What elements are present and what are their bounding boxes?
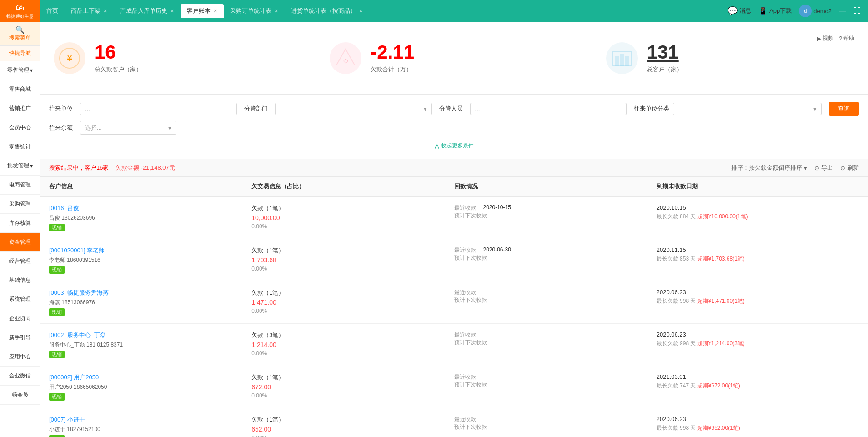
customer-name-link[interactable]: 李老师 — [87, 247, 105, 254]
overdue-link[interactable]: 超期¥1,214.00(3笔) — [697, 340, 745, 347]
stat-debt-amount: ◇ -2.11 欠款合计（万） — [316, 22, 592, 94]
stat-debt-customers-label: 总欠款客户（家） — [95, 65, 142, 74]
export-icon: ⊙ — [814, 165, 819, 171]
debt-amount[interactable]: 672.00 — [251, 383, 454, 391]
stat-debt-amount-info: -2.11 欠款合计（万） — [371, 43, 414, 74]
debt-count: 欠款（1笔） — [251, 416, 454, 424]
sidebar-item-member[interactable]: 会员中心 — [0, 118, 40, 137]
sidebar-item-app-center[interactable]: 应用中心 — [0, 347, 40, 367]
quick-nav[interactable]: 快捷导航 — [0, 46, 40, 61]
filter-area: 往来单位 ... 分管部门 ▾ 分管人员 ... — [40, 95, 868, 159]
sort-dropdown[interactable]: 排序：按欠款金额倒序排序 ▾ — [731, 164, 807, 172]
sidebar-item-ecommerce[interactable]: 电商管理 — [0, 176, 40, 195]
filter-person: 分管人员 ... — [439, 103, 627, 115]
message-icon: 💬 — [728, 6, 738, 16]
tab-home[interactable]: 首页 — [40, 4, 65, 18]
tab-close-icon[interactable]: ✕ — [359, 8, 363, 14]
sidebar-item-purchase[interactable]: 采购管理 — [0, 195, 40, 214]
sidebar-item-enterprise-collab[interactable]: 企业协同 — [0, 309, 40, 328]
refresh-button[interactable]: ⊙ 刷新 — [840, 164, 859, 172]
app-download-button[interactable]: 📱 App下载 — [758, 7, 792, 15]
sidebar-item-new-guide[interactable]: 新手引导 — [0, 328, 40, 347]
sidebar-item-free-member[interactable]: 畅会员 — [0, 386, 40, 405]
refresh-icon: ⊙ — [840, 165, 845, 171]
app-logo: 🛍 畅捷通好生意 — [0, 0, 40, 22]
filter-balance: 往来余额 选择... ▾ — [49, 121, 176, 135]
message-button[interactable]: 💬 消息 — [728, 6, 751, 16]
debt-amount[interactable]: 1,703.68 — [251, 256, 454, 264]
overdue-link[interactable]: 超期¥652.00(1笔) — [697, 425, 740, 431]
sidebar-item-inventory[interactable]: 库存核算 — [0, 214, 40, 233]
customer-name-link[interactable]: 服务中心_丁磊 — [67, 332, 106, 338]
category-select[interactable]: ▾ — [673, 103, 822, 115]
sidebar-item-retail-stats[interactable]: 零售统计 — [0, 137, 40, 156]
customer-id[interactable]: [0002] — [49, 332, 65, 338]
customer-name-link[interactable]: 畅捷服务尹海蒸 — [67, 289, 109, 296]
video-link[interactable]: ▶ 视频 — [817, 35, 833, 42]
result-actions: 排序：按欠款金额倒序排序 ▾ ⊙ 导出 ⊙ 刷新 — [731, 164, 859, 172]
export-button[interactable]: ⊙ 导出 — [814, 164, 833, 172]
person-input[interactable]: ... — [470, 103, 627, 115]
customer-name-link[interactable]: 吕俊 — [67, 205, 79, 211]
collection-cell: 最近收款 预计下次收款 — [454, 416, 657, 431]
tab-close-icon[interactable]: ✕ — [170, 8, 174, 14]
tab-production[interactable]: 产成品入库单历史 ✕ — [114, 4, 181, 18]
customer-id[interactable]: [0003] — [49, 289, 65, 296]
overdue-link[interactable]: 超期¥672.00(1笔) — [697, 382, 740, 389]
tab-close-icon[interactable]: ✕ — [103, 8, 107, 14]
help-icon: ? — [839, 35, 842, 42]
table-row: [000002] 用户2050 用户2050 18665062050 现销 欠款… — [40, 366, 868, 408]
sidebar-item-operations[interactable]: 经营管理 — [0, 252, 40, 271]
customer-id[interactable]: [0007] — [49, 416, 65, 423]
debt-amount[interactable]: 1,214.00 — [251, 341, 454, 348]
table-row: [0016] 吕俊 吕俊 13026203696 现销 欠款（1笔） 10,00… — [40, 197, 868, 239]
user-profile-button[interactable]: d demo2 — [799, 5, 832, 17]
overdue-link[interactable]: 超期¥10,000.00(1笔) — [697, 213, 748, 220]
sidebar-item-retail-mall[interactable]: 零售商城 — [0, 80, 40, 99]
tab-close-icon[interactable]: ✕ — [213, 8, 217, 14]
debt-amount[interactable]: 1,471.00 — [251, 299, 454, 306]
tab-customer-account[interactable]: 客户账本 ✕ — [181, 4, 224, 18]
sidebar-item-basic-info[interactable]: 基础信息 — [0, 271, 40, 290]
svg-rect-7 — [625, 56, 629, 66]
search-label[interactable]: 搜索菜单 — [4, 34, 36, 42]
customer-name-link[interactable]: 用户2050 — [74, 374, 99, 381]
sidebar-item-system[interactable]: 系统管理 — [0, 290, 40, 309]
customer-id[interactable]: [000002] — [49, 374, 72, 381]
search-button[interactable]: 查询 — [829, 102, 859, 116]
stat-debt-amount-label: 欠款合计（万） — [371, 65, 414, 74]
filter-collapse-row: ⋀ 收起更多条件 — [49, 140, 859, 151]
customer-name-link[interactable]: 小进干 — [67, 416, 85, 423]
tab-inventory[interactable]: 进货单统计表（按商品） ✕ — [285, 4, 369, 18]
overdue-link[interactable]: 超期¥1,471.00(1笔) — [697, 298, 745, 304]
stat-total-customers-info: 131 总客户（家） — [647, 43, 682, 74]
help-link[interactable]: ? 帮助 — [839, 35, 854, 42]
minimize-icon[interactable]: — — [839, 7, 846, 15]
collapse-button[interactable]: ⋀ 收起更多条件 — [433, 140, 476, 151]
table-header: 客户信息 欠交易信息（占比） 回款情况 到期未收款日期 — [40, 177, 868, 197]
customer-id[interactable]: [0001020001] — [49, 247, 85, 254]
sidebar-item-marketing[interactable]: 营销推广 — [0, 99, 40, 118]
debt-amount[interactable]: 652.00 — [251, 426, 454, 433]
due-date-cell: 2021.03.01 最长欠款 747 天 超期¥672.00(1笔) — [657, 373, 859, 390]
chevron-down-icon: ▾ — [424, 105, 427, 112]
debt-cell: 欠款（3笔） 1,214.00 0.00% — [251, 331, 454, 357]
debt-amount[interactable]: 10,000.00 — [251, 214, 454, 221]
tab-purchase[interactable]: 采购订单统计表 ✕ — [224, 4, 285, 18]
sidebar-item-finance[interactable]: 资金管理 — [0, 233, 40, 252]
customer-tag: 现销 — [49, 308, 65, 316]
balance-select[interactable]: 选择... ▾ — [80, 121, 176, 135]
sidebar-item-wholesale[interactable]: 批发管理 ▾ — [0, 156, 40, 176]
sidebar-search[interactable]: 🔍 搜索菜单 — [0, 22, 40, 46]
svg-rect-5 — [615, 56, 619, 66]
tab-close-icon[interactable]: ✕ — [274, 8, 278, 14]
dept-select[interactable]: ▾ — [275, 103, 432, 115]
sidebar-item-retail-mgmt[interactable]: 零售管理 ▾ — [0, 61, 40, 80]
maximize-icon[interactable]: ⛶ — [853, 7, 861, 15]
overdue-link[interactable]: 超期¥1,703.68(1笔) — [697, 256, 745, 262]
due-date-cell: 2020.06.23 最长欠款 998 天 超期¥652.00(1笔) — [657, 416, 859, 432]
supplier-input[interactable]: ... — [80, 103, 237, 115]
customer-id[interactable]: [0016] — [49, 205, 65, 211]
tab-products[interactable]: 商品上下架 ✕ — [65, 4, 114, 18]
sidebar-item-enterprise-wechat[interactable]: 企业微信 — [0, 367, 40, 386]
